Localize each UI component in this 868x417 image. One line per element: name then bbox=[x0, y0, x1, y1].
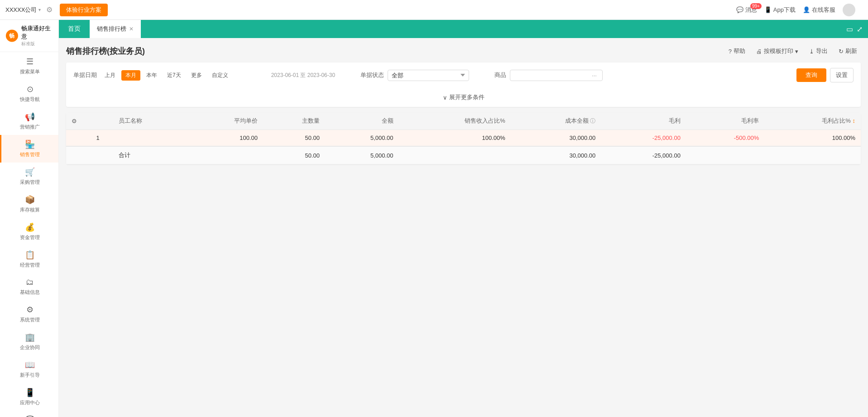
sidebar-item-basic-info-label: 基础信息 bbox=[20, 289, 40, 296]
online-service-btn[interactable]: 👤 在线客服 bbox=[803, 6, 835, 14]
status-filter-field: 单据状态 全部 待审核 已审核 已作废 bbox=[360, 70, 469, 81]
search-order-icon: ☰ bbox=[26, 57, 34, 67]
refresh-icon: ↻ bbox=[839, 48, 844, 55]
print-btn[interactable]: 🖨 按模板打印 ▾ bbox=[753, 45, 802, 57]
tab-sales-ranking[interactable]: 销售排行榜 ✕ bbox=[90, 20, 141, 38]
sidebar-item-search-order[interactable]: ☰ 搜索菜单 bbox=[0, 52, 58, 80]
sidebar-item-sales[interactable]: 🏪 销售管理 bbox=[0, 135, 58, 163]
date-filter-field: 单据日期 上月 本月 本年 近7天 更多 自定义 bbox=[73, 70, 232, 81]
refresh-btn[interactable]: ↻ 刷新 bbox=[835, 45, 861, 57]
message-btn[interactable]: 💬 消息 99+ bbox=[736, 6, 757, 14]
sidebar-item-guide[interactable]: 📖 新手引导 bbox=[0, 355, 58, 383]
sidebar-item-inventory[interactable]: 📦 库存核算 bbox=[0, 190, 58, 218]
cell-cost-amount: 30,000.00 bbox=[511, 130, 601, 147]
th-gross-ratio: 毛利占比% ↕ bbox=[764, 112, 861, 130]
gear-icon[interactable]: ⚙ bbox=[46, 5, 53, 14]
sidebar-item-quick-nav[interactable]: ⊙ 快捷导航 bbox=[0, 80, 58, 107]
sidebar-item-app-center[interactable]: 📱 应用中心 bbox=[0, 383, 58, 411]
goods-input-wrap: ··· bbox=[510, 70, 603, 81]
th-sales-ratio: 销售收入占比% bbox=[399, 112, 511, 130]
prev-month-btn[interactable]: 上月 bbox=[101, 70, 120, 81]
goods-filter-label: 商品 bbox=[494, 71, 506, 79]
sidebar-item-basic-info[interactable]: 🗂 基础信息 bbox=[0, 273, 58, 300]
help-btn[interactable]: ? 帮助 bbox=[725, 45, 749, 57]
guide-icon: 📖 bbox=[25, 360, 35, 370]
sidebar-item-purchase[interactable]: 🛒 采购管理 bbox=[0, 163, 58, 190]
this-year-btn[interactable]: 本年 bbox=[142, 70, 161, 81]
page-header: 销售排行榜(按业务员) ? 帮助 🖨 按模板打印 ▾ ⤓ 导出 bbox=[66, 45, 861, 57]
more-date-btn[interactable]: 更多 bbox=[187, 70, 206, 81]
sales-icon: 🏪 bbox=[25, 139, 35, 149]
export-btn[interactable]: ⤓ 导出 bbox=[806, 45, 831, 57]
footer-avg-price bbox=[188, 146, 263, 164]
goods-input[interactable] bbox=[514, 72, 590, 79]
tab-minimize-icon[interactable]: ▭ bbox=[846, 25, 853, 34]
help-icon: ? bbox=[729, 48, 732, 55]
sidebar-item-marketing[interactable]: 📢 营销推广 bbox=[0, 107, 58, 135]
th-main-qty: 主数量 bbox=[263, 112, 325, 130]
sidebar-item-inventory-label: 库存核算 bbox=[20, 206, 40, 213]
export-icon: ⤓ bbox=[809, 48, 814, 55]
cell-settings bbox=[66, 130, 82, 147]
footer-gross-margin bbox=[686, 146, 764, 164]
date-filter-label: 单据日期 bbox=[73, 71, 97, 79]
goods-more-icon[interactable]: ··· bbox=[590, 72, 599, 79]
this-month-btn[interactable]: 本月 bbox=[121, 70, 140, 81]
cost-info-icon[interactable]: ⓘ bbox=[590, 118, 595, 124]
tab-close-icon[interactable]: ✕ bbox=[129, 26, 134, 32]
print-chevron-icon: ▾ bbox=[795, 48, 798, 55]
marketing-icon: 📢 bbox=[25, 112, 35, 122]
service-icon: 👤 bbox=[803, 6, 810, 13]
cell-rank: 1 bbox=[82, 130, 113, 147]
sidebar-item-system[interactable]: ⚙ 系统管理 bbox=[0, 300, 58, 328]
sort-icon[interactable]: ↕ bbox=[853, 117, 856, 124]
footer-row: 合计 50.00 5,000.00 30,000.00 -25,000.00 bbox=[66, 146, 861, 164]
cell-employee bbox=[113, 130, 188, 147]
filter-card: 单据日期 上月 本月 本年 近7天 更多 自定义 2023-06-01 至 20… bbox=[66, 62, 861, 107]
tab-bar-right: ▭ ⤢ bbox=[846, 25, 868, 34]
settings-col-icon[interactable]: ⚙ bbox=[72, 118, 77, 125]
avatar[interactable] bbox=[843, 4, 855, 16]
cell-gross-profit: -25,000.00 bbox=[601, 130, 686, 147]
logo-text-wrap: 畅康通好生意 标准版 bbox=[21, 24, 53, 47]
query-btn[interactable]: 查询 bbox=[796, 68, 826, 82]
tab-expand-icon[interactable]: ⤢ bbox=[857, 25, 863, 34]
th-amount: 全额 bbox=[325, 112, 398, 130]
th-cost-amount: 成本全额 ⓘ bbox=[511, 112, 601, 130]
sidebar-item-purchase-label: 采购管理 bbox=[20, 179, 40, 186]
company-name: XXXXX公司 bbox=[5, 6, 37, 14]
sidebar-item-search-order-label: 搜索菜单 bbox=[20, 68, 40, 75]
expand-conditions-btn[interactable]: ∨ 展开更多条件 bbox=[443, 93, 484, 101]
th-gross-margin: 毛利率 bbox=[686, 112, 764, 130]
th-gross-profit: 毛利 bbox=[601, 112, 686, 130]
print-icon: 🖨 bbox=[756, 48, 762, 55]
tab-bar: 首页 销售排行榜 ✕ ▭ ⤢ bbox=[59, 20, 868, 38]
tab-home[interactable]: 首页 bbox=[59, 20, 90, 38]
message-badge: 99+ bbox=[750, 3, 762, 9]
app-download-btn[interactable]: 📱 App下载 bbox=[764, 6, 796, 14]
wechat-icon: 💬 bbox=[25, 415, 35, 417]
table-footer: 合计 50.00 5,000.00 30,000.00 -25,000.00 bbox=[66, 146, 861, 164]
message-icon: 💬 bbox=[736, 6, 743, 13]
company-selector[interactable]: XXXXX公司 ▾ bbox=[5, 6, 41, 14]
sidebar-item-finance[interactable]: 💰 资金管理 bbox=[0, 218, 58, 245]
status-select[interactable]: 全部 待审核 已审核 已作废 bbox=[388, 70, 469, 81]
last-7days-btn[interactable]: 近7天 bbox=[163, 70, 185, 81]
trial-btn[interactable]: 体验行业方案 bbox=[60, 4, 108, 16]
sidebar-item-wechat[interactable]: 💬 企业微信 bbox=[0, 411, 58, 417]
logo-icon: 畅 bbox=[5, 29, 19, 43]
custom-date-btn[interactable]: 自定义 bbox=[208, 70, 232, 81]
sidebar-item-enterprise[interactable]: 🏢 企业协同 bbox=[0, 328, 58, 355]
sidebar-item-system-label: 系统管理 bbox=[20, 316, 40, 323]
date-range-display: 2023-06-01 至 2023-06-30 bbox=[240, 72, 335, 79]
th-avg-price: 平均单价 bbox=[188, 112, 263, 130]
refresh-label: 刷新 bbox=[845, 47, 857, 55]
cell-amount: 5,000.00 bbox=[325, 130, 398, 147]
sidebar-item-sales-label: 销售管理 bbox=[20, 151, 40, 158]
settings-btn[interactable]: 设置 bbox=[830, 68, 854, 82]
date-range-text: 2023-06-01 至 2023-06-30 bbox=[271, 72, 335, 78]
export-label: 导出 bbox=[816, 47, 828, 55]
help-label: 帮助 bbox=[734, 47, 745, 55]
cell-gross-margin: -500.00% bbox=[686, 130, 764, 147]
sidebar-item-operation[interactable]: 📋 经营管理 bbox=[0, 245, 58, 273]
